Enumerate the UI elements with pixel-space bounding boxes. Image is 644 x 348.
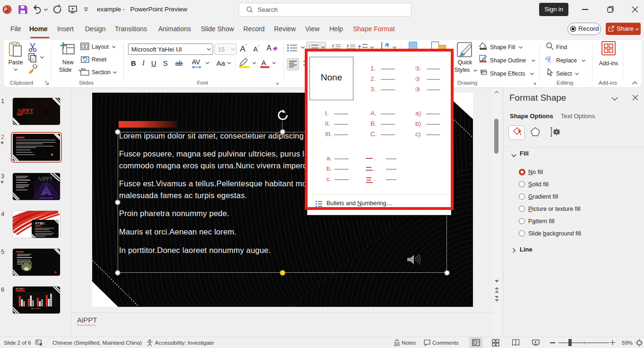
svg-text:AiPPT: AiPPT	[37, 175, 53, 182]
svg-text:P: P	[4, 7, 7, 12]
svg-text:系列1 系列2: 系列1 系列2	[31, 307, 40, 310]
svg-text:关于我们: 关于我们	[34, 222, 44, 225]
svg-text:图表标题 ▪ ▫: 图表标题 ▪ ▫	[16, 287, 26, 290]
svg-text:AiPPT: AiPPT	[17, 107, 34, 114]
svg-text:AiPPT: AiPPT	[43, 192, 49, 194]
